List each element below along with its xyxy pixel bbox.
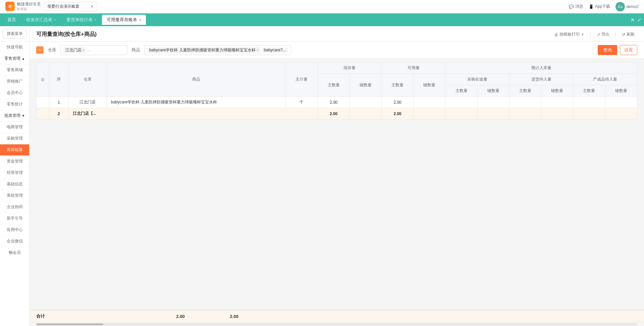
table-row: 1 江北门店 babycare学饮杯 儿童防摔防撞吸管杯重力球吸嘴杯宝宝水杯 个… (37, 97, 637, 108)
sidebar-item-vip[interactable]: 畅会员 (0, 247, 29, 259)
sidebar-search-area: 搜索菜单 (0, 26, 29, 42)
top-bar-left: 好 畅捷通好生意 标准版 母婴行业演示账套 ▼ (5, 2, 97, 11)
th-seq: 序 (49, 62, 69, 97)
cell-stock-main: 2.00 (318, 97, 350, 108)
warehouse-tag-close[interactable]: × (83, 48, 85, 52)
subtotal-seq: 2 (49, 108, 69, 120)
download-icon: 📱 (589, 4, 594, 9)
tab-home[interactable]: 首页 (3, 15, 21, 25)
scroll-thumb[interactable] (36, 323, 103, 325)
setting-btn[interactable]: 设置 (620, 45, 637, 55)
scroll-track[interactable] (36, 323, 637, 325)
cell-checkbox (37, 97, 49, 108)
sidebar-item-operations[interactable]: 经营管理 (0, 167, 29, 179)
sidebar-item-inventory[interactable]: 库存核算 (0, 144, 29, 156)
product-label: 商品 (131, 47, 140, 53)
product-tag-1-close[interactable]: × (257, 48, 259, 52)
message-label: 消息 (575, 4, 583, 9)
fullscreen-btn[interactable]: ⤢ (637, 17, 641, 22)
sidebar-item-retail-stats[interactable]: 零售统计 (0, 99, 29, 110)
refresh-btn[interactable]: ↺ 刷新 (619, 30, 637, 39)
subtotal-empty-check (37, 108, 49, 120)
cell-stock-aux (350, 97, 381, 108)
logo-text-block: 畅捷通好生意 标准版 (17, 2, 41, 11)
logo-area: 好 畅捷通好生意 标准版 (5, 2, 41, 11)
tab-bar-right: ✕ ⤢ (631, 17, 641, 22)
subtotal-p2 (477, 108, 509, 120)
sidebar-item-membership[interactable]: 会员中心 (0, 87, 29, 99)
table-footer: 合计 2.00 2.00 (30, 310, 644, 322)
warehouse-tag-text: 江北门店 (65, 47, 82, 53)
industry-selector[interactable]: 母婴行业演示账套 ▼ (44, 2, 97, 11)
tab-receive-summary-close[interactable]: × (54, 18, 56, 22)
filter-expand-btn[interactable]: » (36, 46, 44, 54)
th-goods-pending: 进货待入量 (509, 74, 573, 85)
th-avail-main: 主数量 (381, 74, 413, 97)
warehouse-more-btn[interactable]: ... (88, 48, 91, 52)
th-stock-aux: 辅数量 (350, 74, 381, 97)
sidebar-item-wechat[interactable]: 企业微信 (0, 236, 29, 247)
message-btn[interactable]: 💬 消息 (569, 4, 583, 9)
tab-available-stock-close[interactable]: × (139, 18, 141, 22)
sidebar-item-purchase[interactable]: 采购管理 (0, 133, 29, 144)
print-btn[interactable]: 🖨 按模板打印 ▼ (551, 30, 587, 39)
table-scrollbar (30, 322, 644, 326)
cell-warehouse: 江北门店 (68, 97, 107, 108)
product-filter-input[interactable]: babycare学饮杯 儿童防摔防撞吸管杯重力球吸嘴杯宝宝水杯 × babyca… (144, 45, 291, 55)
tab-home-label: 首页 (7, 17, 16, 23)
top-bar-right: 💬 消息 📱 App下载 Ea demo2 (569, 2, 639, 11)
tab-order-stats[interactable]: 要货单统计表 × (62, 15, 101, 25)
chevron-down-icon: ▼ (90, 5, 94, 8)
content-area: 可用量查询(按仓库+商品) 🖨 按模板打印 ▼ ↗ 导出 ↺ 刷新 (30, 26, 644, 326)
sidebar-item-appstore[interactable]: 应用中心 (0, 224, 29, 236)
sidebar: 搜索菜单 快捷导航 零售管理 ▲ 零售商城 营销推广 会员中心 零售统计 批发管… (0, 26, 30, 326)
chevron-down-print: ▼ (581, 33, 584, 36)
footer-stock-aux (194, 314, 221, 319)
chevron-up-icon: ▲ (22, 57, 25, 60)
th-product-pending: 产成品待入量 (573, 74, 637, 85)
subtotal-row: 2 江北门店【... 2.00 2.00 (37, 108, 637, 120)
query-btn[interactable]: 查询 (598, 45, 617, 55)
tab-order-stats-close[interactable]: × (95, 18, 97, 22)
sidebar-item-finance[interactable]: 资金管理 (0, 156, 29, 167)
sidebar-item-marketing[interactable]: 营销推广 (0, 76, 29, 87)
message-icon: 💬 (569, 4, 574, 9)
sidebar-item-ecommerce[interactable]: 电商管理 (0, 122, 29, 133)
subtotal-p6 (605, 108, 637, 120)
cell-product: babycare学饮杯 儿童防摔防撞吸管杯重力球吸嘴杯宝宝水杯 (107, 97, 286, 108)
export-btn[interactable]: ↗ 导出 (594, 30, 612, 39)
th-warehouse: 仓库 (68, 62, 107, 97)
sidebar-item-basic[interactable]: 基础信息 (0, 179, 29, 190)
tab-bar: 首页 收发存汇总表 × 要货单统计表 × 可用量库存账本 × ✕ ⤢ (0, 13, 644, 26)
sidebar-item-enterprise[interactable]: 企业协同 (0, 201, 29, 213)
sidebar-item-system[interactable]: 系统管理 (0, 190, 29, 201)
sidebar-item-newbie[interactable]: 新手引导 (0, 213, 29, 224)
subtotal-warehouse: 江北门店【... (68, 108, 318, 120)
column-settings-icon[interactable]: ⚙ (41, 77, 45, 82)
footer-values: 2.00 2.00 (70, 314, 637, 319)
cell-avail-aux (414, 97, 445, 108)
divider-2 (615, 32, 616, 37)
search-menu-btn[interactable]: 搜索菜单 (3, 29, 26, 39)
refresh-icon: ↺ (622, 32, 625, 37)
app-logo-icon: 好 (5, 2, 15, 11)
sidebar-item-retail-mall[interactable]: 零售商城 (0, 64, 29, 76)
th-avail-aux: 辅数量 (414, 74, 445, 97)
close-all-tabs-btn[interactable]: ✕ (631, 17, 635, 22)
cell-product-aux (605, 97, 637, 108)
warehouse-filter-input[interactable]: 江北门店 × ... (60, 45, 127, 55)
product-tag-text-1: babycare学饮杯 儿童防摔防撞吸管杯重力球吸嘴杯宝宝水杯 (149, 47, 256, 53)
top-bar: 好 畅捷通好生意 标准版 母婴行业演示账套 ▼ 💬 消息 📱 App下载 Ea … (0, 0, 644, 13)
cell-goods-aux (541, 97, 573, 108)
inventory-table: ⚙ 序 仓库 商品 主计量 现存量 可用量 预计入库量 主数量 辅数量 主数量 (36, 62, 637, 120)
th-main-unit: 主计量 (286, 62, 318, 97)
app-download-btn[interactable]: 📱 App下载 (589, 4, 610, 9)
sidebar-item-retail[interactable]: 零售管理 ▲ (0, 53, 29, 64)
user-area[interactable]: Ea demo2 (615, 2, 639, 11)
cell-purchase-aux (477, 97, 509, 108)
tab-available-stock[interactable]: 可用量库存账本 × (102, 15, 146, 25)
sidebar-retail-label: 零售管理 (4, 56, 20, 61)
tab-receive-summary[interactable]: 收发存汇总表 × (21, 15, 61, 25)
sidebar-item-quick-nav[interactable]: 快捷导航 (0, 42, 29, 53)
sidebar-item-wholesale[interactable]: 批发管理 ▼ (0, 110, 29, 122)
